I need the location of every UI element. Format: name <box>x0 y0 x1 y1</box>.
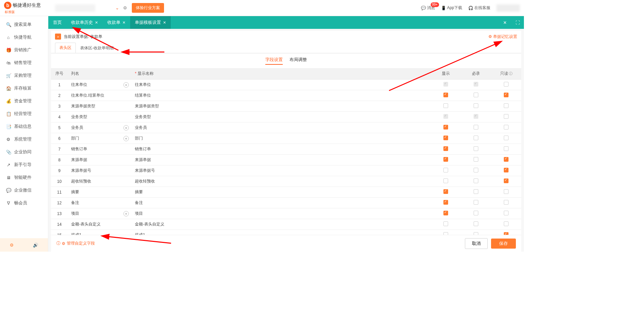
cell-display-name[interactable]: 超收转预收 <box>131 176 431 187</box>
cell-display-name[interactable]: 业务类型 <box>131 112 431 122</box>
page-tab[interactable]: 收款单历史✕ <box>66 16 103 29</box>
region-tab[interactable]: 表头区 <box>55 43 76 53</box>
cell-display-name[interactable]: 金额-表头自定义 <box>131 219 431 230</box>
sidebar-item[interactable]: 🛍销售管理 <box>0 56 48 69</box>
sidebar-item[interactable]: ↗新手引导 <box>0 158 48 171</box>
checkbox[interactable] <box>443 221 448 226</box>
checkbox[interactable] <box>474 103 478 108</box>
sidebar-item[interactable]: 💬企业微信 <box>0 184 48 197</box>
view-tab[interactable]: 布局调整 <box>289 57 307 65</box>
add-icon[interactable]: + <box>123 125 129 131</box>
checkbox[interactable] <box>474 136 478 140</box>
checkbox[interactable] <box>474 200 478 205</box>
checkbox[interactable] <box>504 103 508 108</box>
page-tab[interactable]: 首页 <box>48 16 66 29</box>
close-icon[interactable]: ✕ <box>122 20 125 25</box>
checkbox[interactable] <box>504 189 508 194</box>
sidebar-item[interactable]: 💰资金管理 <box>0 95 48 107</box>
service-link[interactable]: 🎧 在线客服 <box>468 5 490 11</box>
sidebar-item[interactable]: ⌂快捷导航 <box>0 31 48 44</box>
cell-display-name[interactable]: 销售订单 <box>131 144 431 155</box>
cell-display-name[interactable]: 来源单据号 <box>131 165 431 176</box>
checkbox[interactable] <box>504 211 508 215</box>
checkbox[interactable] <box>504 168 508 172</box>
close-icon[interactable]: ✕ <box>163 20 166 25</box>
checkbox[interactable] <box>443 189 448 194</box>
collapse-toggle[interactable]: » <box>55 34 61 40</box>
region-tab[interactable]: 表体区-收款单明细 <box>76 43 118 53</box>
checkbox[interactable] <box>504 136 508 140</box>
cell-display-name[interactable]: 业务员 <box>131 122 431 133</box>
cell-display-name[interactable]: 提成1 <box>131 230 431 235</box>
checkbox[interactable] <box>504 114 508 119</box>
cell-display-name[interactable]: 来源单据类型 <box>131 101 431 112</box>
sound-icon[interactable]: 🔊 <box>33 243 38 248</box>
checkbox[interactable] <box>504 146 508 151</box>
checkbox[interactable] <box>443 168 448 172</box>
checkbox[interactable] <box>443 157 448 162</box>
cancel-button[interactable]: 取消 <box>465 238 488 249</box>
sidebar-item[interactable]: 🎁营销推广 <box>0 44 48 56</box>
sidebar-item[interactable]: ⚙系统管理 <box>0 133 48 146</box>
checkbox[interactable] <box>443 211 448 215</box>
cell-display-name[interactable]: 摘要 <box>131 187 431 198</box>
cell-display-name[interactable]: 结算单位 <box>131 90 431 101</box>
checkbox[interactable] <box>474 178 478 183</box>
checkbox[interactable] <box>504 125 508 130</box>
checkbox[interactable] <box>474 146 478 151</box>
checkbox[interactable] <box>443 136 448 140</box>
checkbox[interactable] <box>504 232 508 235</box>
experience-button[interactable]: 体验行业方案 <box>132 3 164 13</box>
checkbox[interactable] <box>474 232 478 235</box>
add-icon[interactable]: + <box>123 211 129 216</box>
checkbox[interactable] <box>443 232 448 235</box>
sidebar-item[interactable]: 🔍搜索菜单 <box>0 18 48 31</box>
checkbox[interactable] <box>504 178 508 183</box>
sidebar-item[interactable]: 🏠库存核算 <box>0 82 48 95</box>
sidebar-item[interactable]: ∇畅会员 <box>0 197 48 209</box>
checkbox[interactable] <box>443 200 448 205</box>
save-button[interactable]: 保存 <box>491 239 516 249</box>
add-icon[interactable]: + <box>123 82 129 88</box>
view-tab[interactable]: 字段设置 <box>265 57 283 65</box>
sidebar-item[interactable]: 🖥智能硬件 <box>0 171 48 184</box>
sidebar-item[interactable]: 📑基础信息 <box>0 120 48 133</box>
cell-display-name[interactable]: 项目 <box>131 208 431 219</box>
checkbox[interactable] <box>474 221 478 226</box>
cell-display-name[interactable]: 部门 <box>131 133 431 144</box>
gear-icon[interactable]: ⚙ <box>123 5 127 10</box>
checkbox[interactable] <box>474 189 478 194</box>
sidebar-item[interactable]: 📋经营管理 <box>0 107 48 120</box>
messages-link[interactable]: 💬 消息 99+ <box>421 5 435 11</box>
checkbox[interactable] <box>443 103 448 108</box>
checkbox[interactable] <box>443 93 448 97</box>
page-tab[interactable]: 收款单✕ <box>103 16 130 29</box>
sidebar-item[interactable]: 📎企业协同 <box>0 146 48 158</box>
cell-display-name[interactable]: 来源单据 <box>131 155 431 165</box>
checkbox[interactable] <box>474 168 478 172</box>
user-menu[interactable] <box>496 4 520 12</box>
page-tab[interactable]: 单据模板设置✕ <box>130 16 171 29</box>
checkbox[interactable] <box>504 93 508 97</box>
checkbox[interactable] <box>474 93 478 97</box>
checkbox[interactable] <box>474 125 478 130</box>
sidebar-item[interactable]: 🛒采购管理 <box>0 69 48 82</box>
checkbox[interactable] <box>504 82 508 87</box>
close-icon[interactable]: ✕ <box>95 20 98 25</box>
checkbox[interactable] <box>474 211 478 215</box>
org-selector[interactable] <box>55 4 95 12</box>
add-icon[interactable]: + <box>123 136 129 141</box>
checkbox[interactable] <box>443 146 448 151</box>
checkbox[interactable] <box>504 157 508 162</box>
cell-display-name[interactable]: 往来单位 <box>131 80 431 90</box>
fullscreen-icon[interactable]: ⛶ <box>511 16 524 29</box>
manage-custom-fields-link[interactable]: ⓘ ⚙ 管理自定义字段 <box>56 241 95 246</box>
settings-icon[interactable]: ⚙ <box>10 243 14 248</box>
chevron-down-icon[interactable]: ⌄ <box>115 5 119 10</box>
memory-settings-link[interactable]: ⚙ 单据记忆设置 <box>488 34 517 40</box>
help-icon[interactable]: ⓘ <box>509 71 513 75</box>
cell-display-name[interactable]: 备注 <box>131 198 431 208</box>
checkbox[interactable] <box>504 200 508 205</box>
checkbox[interactable] <box>443 125 448 130</box>
checkbox[interactable] <box>504 221 508 226</box>
